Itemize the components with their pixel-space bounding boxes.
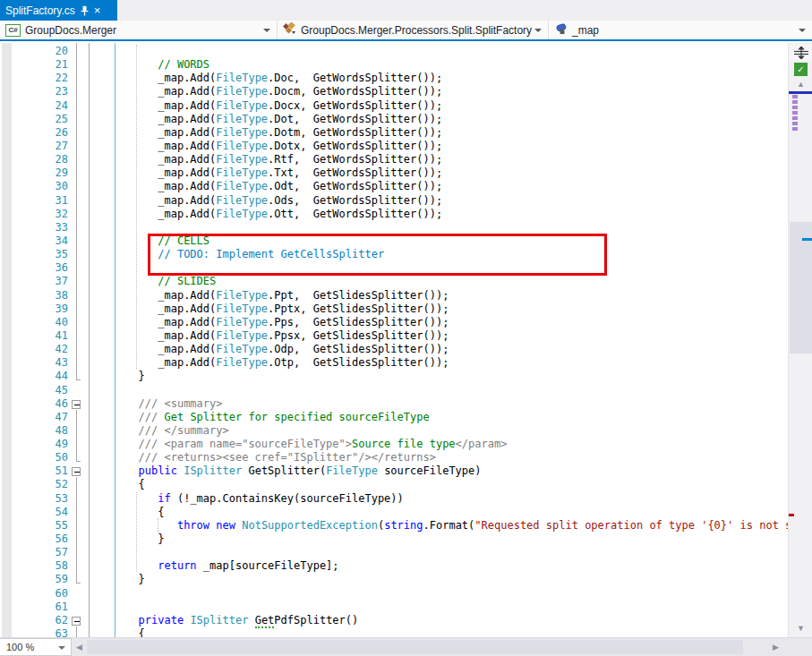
code-text: if (!_map.ContainsKey(sourceFileType)) — [93, 492, 404, 506]
vertical-scrollbar[interactable]: ✓ ▲ ▼ — [788, 43, 812, 637]
project-dropdown-label: GroupDocs.Merger — [25, 24, 116, 37]
splitter-grip-icon[interactable] — [789, 45, 812, 61]
scroll-up-icon[interactable]: ▲ — [789, 80, 812, 89]
line-number: 27 — [25, 140, 68, 153]
line-number: 22 — [25, 72, 68, 85]
code-line: 40 _map.Add(FileType.Pps, GetSlidesSplit… — [0, 316, 788, 330]
line-number: 23 — [25, 85, 68, 98]
scroll-left-icon[interactable]: ◀ — [76, 643, 82, 652]
code-line: 22 _map.Add(FileType.Doc, GetWordsSplitt… — [0, 72, 788, 86]
code-text: } — [93, 532, 164, 546]
code-text: _map.Add(FileType.Dot, GetWordsSplitter(… — [93, 113, 442, 126]
code-text: _map.Add(FileType.Ppt, GetSlidesSplitter… — [93, 289, 449, 302]
line-number: 39 — [25, 302, 68, 316]
project-dropdown[interactable]: C# GroupDocs.Merger — [0, 21, 278, 39]
code-line: 25 _map.Add(FileType.Dot, GetWordsSplitt… — [0, 113, 788, 127]
scroll-down-icon[interactable]: ▼ — [789, 624, 812, 633]
tab-splitfactory[interactable]: SplitFactory.cs × — [0, 0, 117, 21]
code-text: _map.Add(FileType.Ods, GetWordsSplitter(… — [93, 194, 442, 208]
code-text: public ISplitter GetSplitter(FileType so… — [93, 464, 482, 478]
code-analysis-status-icon[interactable]: ✓ — [794, 63, 808, 76]
bottom-scrollbar-area: 100 % ◀ ▶ — [0, 637, 812, 656]
line-number: 20 — [25, 45, 68, 58]
line-number: 28 — [25, 153, 68, 166]
code-text: _map.Add(FileType.Ppsx, GetSlidesSplitte… — [93, 329, 449, 343]
line-number: 26 — [25, 126, 68, 140]
code-text: _map.Add(FileType.Pptx, GetSlidesSplitte… — [93, 302, 449, 316]
collapse-box[interactable] — [72, 400, 81, 409]
chevron-down-icon — [263, 29, 270, 32]
navigation-bar: C# GroupDocs.Merger GroupDocs.Merger.Pro… — [0, 21, 812, 41]
code-text: _map.Add(FileType.Txt, GetWordsSplitter(… — [93, 166, 442, 180]
code-line: 31 _map.Add(FileType.Ods, GetWordsSplitt… — [0, 194, 788, 209]
scroll-right-icon[interactable]: ▶ — [773, 643, 779, 652]
code-line: 62 private ISplitter GetPdfSplitter() — [0, 614, 788, 628]
code-line: 37 // SLIDES — [0, 275, 788, 289]
code-line: 48 /// </summary> — [0, 424, 788, 439]
line-number: 30 — [25, 180, 68, 193]
code-line: 52 { — [0, 478, 788, 492]
pin-icon[interactable] — [81, 5, 89, 16]
line-number: 59 — [25, 573, 68, 586]
code-line: 50 /// <returns><see cref="ISplitter"/><… — [0, 451, 788, 465]
caret-position-marker — [789, 91, 812, 94]
csharp-project-icon: C# — [5, 24, 21, 37]
collapse-box[interactable] — [72, 617, 81, 626]
member-dropdown[interactable]: _map — [549, 21, 812, 39]
collapse-box[interactable] — [72, 467, 81, 476]
outline-region-line — [76, 410, 77, 462]
code-line: 49 /// <param name="sourceFileType">Sour… — [0, 438, 788, 452]
code-line: 44 } — [0, 370, 788, 384]
outline-region-line — [76, 477, 77, 583]
line-number: 56 — [25, 532, 68, 546]
line-number: 50 — [25, 451, 68, 464]
outline-region-line — [76, 626, 77, 637]
close-icon[interactable]: × — [94, 4, 101, 16]
code-text: /// <summary> — [93, 397, 223, 411]
code-line: 21 // WORDS — [0, 58, 788, 72]
code-text: return _map[sourceFileType]; — [93, 559, 339, 573]
annotation-rectangle — [148, 234, 607, 276]
code-line: 24 _map.Add(FileType.Docx, GetWordsSplit… — [0, 99, 788, 114]
tab-title: SplitFactory.cs — [5, 4, 75, 17]
code-text: _map.Add(FileType.Dotm, GetWordsSplitter… — [93, 126, 442, 140]
zoom-level-dropdown[interactable]: 100 % — [0, 638, 72, 656]
chevron-down-icon — [534, 29, 542, 32]
class-icon — [283, 22, 296, 38]
outline-region-end — [76, 379, 81, 380]
vertical-scroll-thumb[interactable] — [790, 222, 812, 354]
type-dropdown-label: GroupDocs.Merger.Processors.Split.SplitF… — [301, 24, 532, 37]
code-line: 63 { — [0, 627, 788, 637]
code-text: { — [93, 506, 164, 519]
todo-marker — [792, 116, 798, 120]
line-number: 55 — [25, 519, 68, 532]
todo-marker — [792, 106, 798, 109]
code-line: 58 return _map[sourceFileType]; — [0, 559, 788, 574]
line-number: 45 — [25, 384, 68, 397]
line-number: 33 — [25, 221, 68, 234]
line-number: 35 — [25, 248, 68, 261]
code-editor[interactable]: 2021 // WORDS22 _map.Add(FileType.Doc, G… — [0, 43, 788, 637]
code-text: // SLIDES — [93, 275, 216, 288]
line-number: 54 — [25, 506, 68, 519]
code-text: private ISplitter GetPdfSplitter() — [93, 614, 358, 627]
line-number: 25 — [25, 113, 68, 126]
horizontal-scroll-thumb[interactable] — [87, 640, 743, 654]
code-text: _map.Add(FileType.Docx, GetWordsSplitter… — [93, 99, 442, 113]
member-dropdown-label: _map — [572, 24, 599, 37]
line-number: 31 — [25, 194, 68, 208]
code-line: 47 /// Get Splitter for specified source… — [0, 411, 788, 425]
line-number: 21 — [25, 58, 68, 72]
tab-bar: SplitFactory.cs × — [0, 0, 812, 21]
vs-editor-window: SplitFactory.cs × C# GroupDocs.Merger — [0, 0, 812, 656]
code-text: _map.Add(FileType.Docm, GetWordsSplitter… — [93, 85, 442, 98]
type-dropdown[interactable]: GroupDocs.Merger.Processors.Split.SplitF… — [278, 21, 549, 39]
line-number: 40 — [25, 316, 68, 329]
code-line: 59 } — [0, 573, 788, 587]
code-text: { — [93, 478, 145, 491]
code-line: 45 — [0, 384, 788, 398]
code-text: /// </summary> — [93, 424, 229, 438]
line-number: 49 — [25, 438, 68, 451]
outline-region-line — [76, 43, 77, 379]
code-line: 43 _map.Add(FileType.Otp, GetSlidesSplit… — [0, 356, 788, 371]
